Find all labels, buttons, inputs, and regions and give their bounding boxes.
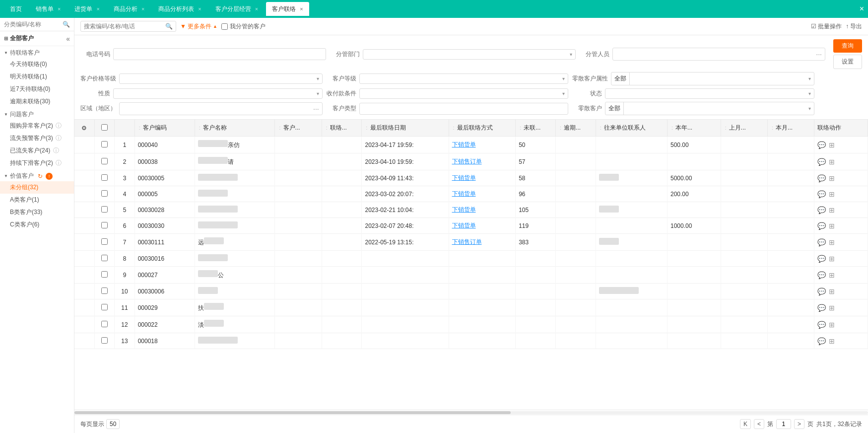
method-link[interactable]: 下销货单: [452, 206, 476, 213]
customer-code-header[interactable]: : 客户编码: [134, 120, 195, 137]
overdue-header[interactable]: : 逾期...: [555, 120, 596, 137]
row-checkbox[interactable]: [101, 158, 108, 164]
sidebar-item-class-a[interactable]: A类客户(1): [0, 194, 74, 206]
grid-action-icon[interactable]: ⊞: [829, 337, 835, 345]
sidebar-item-ungrouped[interactable]: 未分组(32): [0, 181, 74, 194]
manager-dots-icon[interactable]: ···: [816, 50, 822, 58]
chat-icon[interactable]: 💬: [817, 206, 826, 214]
row-checkbox[interactable]: [101, 288, 108, 294]
row-checkbox-cell[interactable]: [94, 251, 114, 267]
grid-action-icon[interactable]: ⊞: [829, 238, 835, 246]
my-customers-check[interactable]: [221, 23, 228, 30]
grid-action-icon[interactable]: ⊞: [829, 288, 835, 295]
refresh-icon[interactable]: ↻: [38, 173, 43, 180]
row-checkbox[interactable]: [101, 238, 108, 245]
nav-sales[interactable]: 销售单 ×: [30, 2, 67, 16]
customer-name-header[interactable]: : 客户名称: [195, 120, 275, 137]
close-product-list-icon[interactable]: ×: [198, 6, 201, 12]
method-link[interactable]: 下销售订单: [452, 158, 482, 165]
unit-contact-header[interactable]: : 往来单位联系人: [596, 120, 667, 137]
row-checkbox-cell[interactable]: [94, 137, 114, 153]
main-search-input[interactable]: [84, 23, 163, 30]
last-method-cell[interactable]: 下销货单: [449, 137, 516, 153]
collapse-button[interactable]: «: [66, 35, 70, 43]
row-checkbox-cell[interactable]: [94, 218, 114, 234]
nav-customer-contact[interactable]: 客户联络 ×: [266, 2, 309, 16]
row-checkbox[interactable]: [101, 206, 108, 213]
last-method-cell[interactable]: 下销售订单: [449, 153, 516, 170]
export-button[interactable]: ↑ 导出: [846, 22, 862, 31]
close-sales-icon[interactable]: ×: [58, 6, 61, 12]
more-conditions-button[interactable]: ▼ 更多条件 ▲: [180, 22, 217, 31]
this-year-header[interactable]: : 本年...: [667, 120, 721, 137]
main-search-icon[interactable]: 🔍: [165, 23, 173, 30]
next-page-button[interactable]: >: [794, 419, 804, 429]
row-checkbox[interactable]: [101, 304, 108, 310]
nav-purchase[interactable]: 进货单 ×: [68, 2, 105, 16]
last-method-header[interactable]: : 最后联络方式: [449, 120, 516, 137]
close-product-analysis-icon[interactable]: ×: [141, 6, 144, 12]
chat-icon[interactable]: 💬: [817, 190, 826, 198]
grid-action-icon[interactable]: ⊞: [829, 255, 835, 263]
problem-customers-group[interactable]: ▼ 问题客户: [0, 108, 74, 120]
query-button[interactable]: 查询: [833, 39, 862, 53]
customer-type-header[interactable]: : 客户...: [275, 120, 322, 137]
last-method-cell[interactable]: 下销货单: [449, 170, 516, 186]
sidebar-item-7days[interactable]: 近7天待联络(0): [0, 83, 74, 95]
row-checkbox-cell[interactable]: [94, 284, 114, 299]
row-checkbox-cell[interactable]: [94, 333, 114, 349]
grid-action-icon[interactable]: ⊞: [829, 271, 835, 279]
grid-action-icon[interactable]: ⊞: [829, 206, 835, 214]
select-all-checkbox[interactable]: [101, 124, 108, 131]
row-checkbox-cell[interactable]: [94, 267, 114, 284]
phone-input[interactable]: [113, 48, 326, 60]
chat-icon[interactable]: 💬: [817, 174, 826, 182]
last-method-cell[interactable]: 下销货单: [449, 218, 516, 234]
chat-icon[interactable]: 💬: [817, 271, 826, 279]
contact-header[interactable]: : 联络...: [322, 120, 362, 137]
dept-select[interactable]: ▾: [363, 49, 576, 60]
scrollbar-track[interactable]: [74, 411, 868, 414]
pending-contact-group[interactable]: ▼ 待联络客户: [0, 46, 74, 58]
row-checkbox-cell[interactable]: [94, 186, 114, 202]
nav-product-analysis[interactable]: 商品分析 ×: [108, 2, 150, 16]
grid-action-icon[interactable]: ⊞: [829, 190, 835, 198]
chat-icon[interactable]: 💬: [817, 321, 826, 329]
horizontal-scrollbar[interactable]: [74, 410, 868, 415]
last-method-cell[interactable]: 下销货单: [449, 202, 516, 218]
customer-level-select[interactable]: ▾: [359, 73, 569, 84]
nav-home[interactable]: 首页: [4, 2, 28, 16]
row-checkbox-cell[interactable]: [94, 170, 114, 186]
chat-icon[interactable]: 💬: [817, 255, 826, 263]
chat-icon[interactable]: 💬: [817, 158, 826, 166]
sidebar-item-declining[interactable]: 持续下滑客户(2) ⓘ: [0, 157, 74, 169]
sidebar-item-churned[interactable]: 已流失客户(24) ⓘ: [0, 144, 74, 157]
row-checkbox[interactable]: [101, 190, 108, 197]
sidebar-item-today[interactable]: 今天待联络(0): [0, 58, 74, 71]
region-dots-icon[interactable]: ···: [313, 105, 319, 113]
sidebar-search-icon[interactable]: 🔍: [63, 21, 70, 28]
sidebar-item-overdue[interactable]: 逾期未联络(30): [0, 95, 74, 108]
sidebar-item-class-b[interactable]: B类客户(33): [0, 206, 74, 218]
chat-icon[interactable]: 💬: [817, 238, 826, 246]
close-purchase-icon[interactable]: ×: [96, 6, 99, 12]
scrollbar-thumb[interactable]: [74, 411, 511, 414]
batch-action-button[interactable]: ☑ 批量操作: [811, 22, 842, 31]
grid-action-icon[interactable]: ⊞: [829, 158, 835, 166]
scatter-attr-inner[interactable]: ▾: [630, 74, 814, 83]
chat-icon[interactable]: 💬: [817, 288, 826, 295]
grid-action-icon[interactable]: ⊞: [829, 321, 835, 329]
scatter-customer-inner[interactable]: ▾: [624, 104, 814, 113]
row-checkbox[interactable]: [101, 271, 108, 278]
last-method-cell[interactable]: 下销货单: [449, 186, 516, 202]
row-checkbox-cell[interactable]: [94, 234, 114, 251]
window-close-button[interactable]: ×: [860, 4, 864, 13]
last-method-cell[interactable]: 下销售订单: [449, 234, 516, 251]
last-month-header[interactable]: : 上月...: [721, 120, 767, 137]
page-number-input[interactable]: [776, 419, 791, 429]
row-checkbox[interactable]: [101, 174, 108, 181]
close-customer-contact-icon[interactable]: ×: [300, 6, 303, 12]
sidebar-item-churn-warning[interactable]: 流失预警客户(3) ⓘ: [0, 132, 74, 144]
row-checkbox-cell[interactable]: [94, 316, 114, 333]
row-checkbox-cell[interactable]: [94, 202, 114, 218]
